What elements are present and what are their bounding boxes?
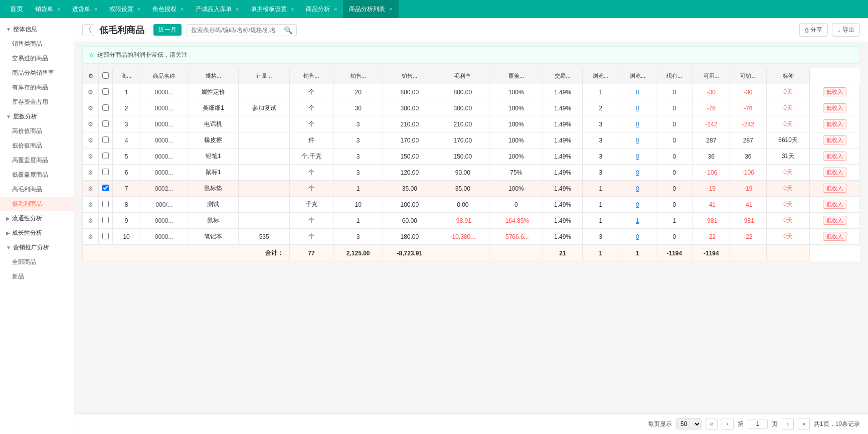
row-settings[interactable]: ⚙ xyxy=(83,100,99,116)
th-sales-qty[interactable]: 销售... xyxy=(289,68,333,84)
close-templates-tab[interactable]: × xyxy=(291,6,294,12)
row-saleable: 31天 xyxy=(767,149,810,165)
sidebar-item-funds-usage[interactable]: 库存资金占用 xyxy=(0,95,74,109)
th-sales-price[interactable]: 销售... xyxy=(333,68,383,84)
sidebar-item-sales-goods[interactable]: 销售类商品 xyxy=(0,37,74,51)
close-warehouse-tab[interactable]: × xyxy=(236,6,239,12)
sidebar-group-marketing[interactable]: ▼ 营销推广分析 xyxy=(0,240,74,255)
sidebar-item-inventory-goods[interactable]: 有库存的商品 xyxy=(0,80,74,95)
th-current-stock[interactable]: 现有... xyxy=(656,68,692,84)
row-browse2: 0 xyxy=(656,132,692,149)
per-page-select[interactable]: 20 50 100 200 xyxy=(676,418,702,429)
sidebar-item-traded-goods[interactable]: 交易过的商品 xyxy=(0,51,74,66)
row-settings[interactable]: ⚙ xyxy=(83,165,99,181)
row-saleable: 0天 xyxy=(767,213,810,229)
row-settings[interactable]: ⚙ xyxy=(83,213,99,229)
nav-analysis[interactable]: 商品分析 × xyxy=(300,0,343,18)
nav-sales[interactable]: 销货单 × xyxy=(29,0,66,18)
nav-purchase[interactable]: 进货单 × xyxy=(66,0,103,18)
close-analysis-tab[interactable]: × xyxy=(334,6,337,12)
th-coverage[interactable]: 覆盖... xyxy=(489,68,543,84)
page-number-input[interactable] xyxy=(748,419,768,429)
export-button[interactable]: ↓ 导出 xyxy=(832,23,860,37)
time-filter-badge[interactable]: 近一月 xyxy=(153,24,182,36)
th-name[interactable]: 商品名称 xyxy=(140,68,188,84)
pagination-bar: 每页显示 20 50 100 200 « ‹ 第 页 › » 共1页，10条记录 xyxy=(74,413,868,434)
th-browse1[interactable]: 浏览... xyxy=(582,68,619,84)
row-settings[interactable]: ⚙ xyxy=(83,84,99,100)
row-settings[interactable]: ⚙ xyxy=(83,197,99,213)
sidebar-item-all-goods[interactable]: 全部商品 xyxy=(0,255,74,269)
next-next-page-button[interactable]: » xyxy=(798,418,810,430)
row-no: 10 xyxy=(113,229,140,245)
sidebar-group-growth[interactable]: ▶ 成长性分析 xyxy=(0,226,74,240)
row-browse1: 0 xyxy=(619,116,656,132)
sidebar-item-high-margin[interactable]: 高毛利商品 xyxy=(0,182,74,197)
row-select-checkbox[interactable] xyxy=(102,104,109,111)
search-icon[interactable]: 🔍 xyxy=(284,26,292,34)
row-settings[interactable]: ⚙ xyxy=(83,149,99,165)
row-current-stock: -30 xyxy=(693,84,730,100)
row-tag: 低收入 xyxy=(810,132,860,149)
row-select-checkbox[interactable] xyxy=(102,169,109,175)
th-transactions[interactable]: 交易... xyxy=(543,68,582,84)
sidebar-item-low-value[interactable]: 低价值商品 xyxy=(0,138,74,153)
sidebar-item-high-value[interactable]: 高价值商品 xyxy=(0,124,74,138)
tag-badge: 低收入 xyxy=(823,152,846,161)
share-button[interactable]: ⎙ 分享 xyxy=(799,23,828,37)
th-settings[interactable]: ⚙ xyxy=(83,68,99,84)
th-saleable[interactable]: 可销... xyxy=(730,68,766,84)
row-tag: 低收入 xyxy=(810,116,860,132)
top-navigation: 首页 销货单 × 进货单 × 权限设置 × 角色授权 × 产成品入库单 × 单据… xyxy=(0,0,868,18)
close-roles-tab[interactable]: × xyxy=(181,6,184,12)
nav-warehouse[interactable]: 产成品入库单 × xyxy=(190,0,245,18)
close-purchase-tab[interactable]: × xyxy=(94,6,97,12)
nav-analysis-list[interactable]: 商品分析列表 × xyxy=(343,0,398,18)
th-spec[interactable]: 规格... xyxy=(188,68,238,84)
sidebar-item-goods-analysis[interactable]: 商品分类销售率 xyxy=(0,66,74,80)
close-analysis-list-tab[interactable]: × xyxy=(389,6,392,12)
select-all-checkbox[interactable] xyxy=(102,72,109,79)
th-available[interactable]: 可用... xyxy=(693,68,730,84)
sidebar-group-flow[interactable]: ▶ 流通性分析 xyxy=(0,211,74,226)
row-select-checkbox[interactable] xyxy=(102,153,109,159)
row-select-checkbox[interactable] xyxy=(102,217,109,223)
nav-home[interactable]: 首页 xyxy=(4,0,29,18)
nav-templates[interactable]: 单据模板设置 × xyxy=(245,0,300,18)
row-settings[interactable]: ⚙ xyxy=(83,181,99,197)
row-transactions: 1 xyxy=(582,181,619,197)
th-sales-profit[interactable]: 销售... xyxy=(383,68,436,84)
search-input[interactable] xyxy=(191,27,284,34)
sidebar-item-low-margin[interactable]: 低毛利商品 xyxy=(0,197,74,211)
row-select-checkbox[interactable] xyxy=(102,136,109,143)
sidebar-group-overall[interactable]: ▼ 整体信息 xyxy=(0,22,74,37)
row-select-checkbox[interactable] xyxy=(102,185,109,191)
sidebar-group-layered[interactable]: ▼ 层数分析 xyxy=(0,109,74,124)
row-saleable: 0天 xyxy=(767,197,810,213)
nav-roles[interactable]: 角色授权 × xyxy=(146,0,190,18)
next-page-button[interactable]: › xyxy=(782,418,794,430)
th-browse2[interactable]: 浏览... xyxy=(619,68,656,84)
th-code[interactable]: 商... xyxy=(113,68,140,84)
row-settings[interactable]: ⚙ xyxy=(83,132,99,149)
row-select-checkbox[interactable] xyxy=(102,88,109,95)
sidebar-item-high-coverage[interactable]: 高覆盖度商品 xyxy=(0,153,74,168)
row-select-checkbox[interactable] xyxy=(102,233,109,239)
th-gross-margin[interactable]: 毛利率 xyxy=(436,68,489,84)
row-settings[interactable]: ⚙ xyxy=(83,229,99,245)
export-icon: ↓ xyxy=(837,27,840,34)
row-select-checkbox[interactable] xyxy=(102,120,109,127)
close-sales-tab[interactable]: × xyxy=(57,6,60,12)
row-settings[interactable]: ⚙ xyxy=(83,116,99,132)
prev-page-button[interactable]: ‹ xyxy=(722,418,734,430)
prev-prev-page-button[interactable]: « xyxy=(706,418,718,430)
row-browse1: 1 xyxy=(619,213,656,229)
row-no: 7 xyxy=(113,181,140,197)
th-unit[interactable]: 计量... xyxy=(239,68,289,84)
close-permissions-tab[interactable]: × xyxy=(137,6,140,12)
nav-permissions[interactable]: 权限设置 × xyxy=(103,0,146,18)
sidebar-collapse-button[interactable]: 《 xyxy=(82,24,94,36)
sidebar-item-new-goods[interactable]: 新品 xyxy=(0,269,74,284)
sidebar-item-low-coverage[interactable]: 低覆盖度商品 xyxy=(0,168,74,182)
row-select-checkbox[interactable] xyxy=(102,201,109,207)
